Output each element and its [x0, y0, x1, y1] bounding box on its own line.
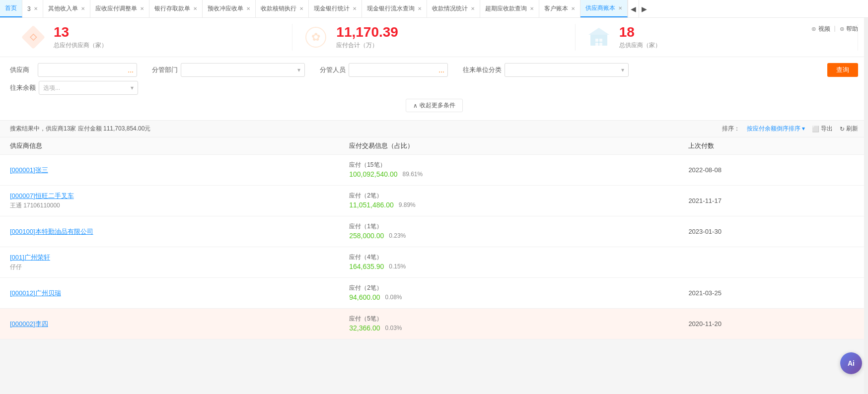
tx-pct-2: 9.89% — [399, 201, 416, 208]
nav-tab-cash-bank-label: 现金银行统计 — [314, 4, 350, 13]
supplier-link-2[interactable]: [000007]恒旺二手叉车 — [10, 192, 74, 199]
transaction-info-5: 应付（2笔） 94,600.00 0.08% — [349, 284, 688, 302]
supplier-info-5: [000012]广州贝瑞 — [10, 289, 349, 298]
last-pay-date-2: 2021-11-17 — [688, 197, 722, 204]
nav-tab-collection[interactable]: 收款核销执行 ✕ — [256, 0, 309, 17]
filter-area: 供应商 ... 分管部门 ▾ 分管人员 ... 往来单位分类 ▾ — [0, 57, 868, 121]
close-icon[interactable]: ✕ — [471, 6, 475, 11]
help-link[interactable]: ⊙ 帮助 — [840, 25, 858, 33]
nav-tab-flow[interactable]: 现金银行流水查询 ✕ — [362, 0, 427, 17]
supplier-link-4[interactable]: [001]广州荣轩 — [10, 254, 50, 261]
balance-select[interactable]: 选项... ▾ — [39, 81, 138, 95]
filter-row-2: 往来余额 选项... ▾ — [10, 81, 858, 95]
nav-tab-other-income[interactable]: 其他收入单 ✕ — [43, 0, 90, 17]
video-link[interactable]: ⊙ 视频 — [811, 25, 830, 33]
supplier-link-5[interactable]: [000012]广州贝瑞 — [10, 289, 61, 297]
category-select[interactable]: ▾ — [505, 63, 629, 77]
supplier-ellipsis-icon[interactable]: ... — [128, 66, 134, 74]
dept-select[interactable]: ▾ — [181, 63, 305, 77]
supplier-label: 供应商 — [10, 66, 35, 74]
filter-category: 往来单位分类 ▾ — [463, 63, 629, 77]
supplier-input[interactable]: ... — [38, 63, 137, 77]
summary-payable-suppliers: ◇ 13 总应付供应商（家） — [10, 24, 292, 51]
tx-pct-5: 0.08% — [385, 294, 402, 301]
col-header-transaction: 应付交易信息（占比） — [349, 141, 688, 150]
balance-label: 往来余额 — [10, 83, 36, 92]
close-icon[interactable]: ✕ — [34, 6, 38, 11]
scrollbar[interactable] — [864, 18, 868, 339]
close-icon[interactable]: ✕ — [299, 6, 303, 11]
transaction-info-2: 应付（2笔） 11,051,486.00 9.89% — [349, 192, 688, 210]
supplier-link-6[interactable]: [000002]李四 — [10, 320, 48, 328]
close-icon[interactable]: ✕ — [81, 6, 85, 11]
nav-tab-bank[interactable]: 银行存取款单 ✕ — [149, 0, 203, 17]
nav-tab-collection-stat[interactable]: 收款情况统计 ✕ — [427, 0, 480, 17]
nav-tab-customer[interactable]: 客户账本 ✕ — [539, 0, 580, 17]
nav-tab-overdue[interactable]: 超期应收款查询 ✕ — [480, 0, 539, 17]
collapse-label: 收起更多条件 — [420, 101, 455, 110]
balance-dropdown-icon: ▾ — [131, 84, 134, 91]
refresh-label: 刷新 — [846, 125, 858, 133]
balance-select-placeholder: 选项... — [43, 84, 60, 92]
person-input[interactable]: ... — [349, 63, 448, 77]
filter-person: 分管人员 ... — [320, 63, 448, 77]
nav-tab-customer-label: 客户账本 — [544, 4, 568, 13]
refresh-icon: ↻ — [840, 126, 845, 132]
tx-amount-5: 94,600.00 — [349, 293, 380, 301]
last-pay-3: 2023-01-30 — [688, 228, 858, 235]
nav-tab-overdue-label: 超期应收款查询 — [485, 4, 527, 13]
nav-tab-home[interactable]: 首页 — [0, 0, 22, 17]
summary-label-3: 总供应商（家） — [619, 41, 661, 50]
tx-label-3: 应付（1笔） — [349, 222, 688, 231]
close-icon[interactable]: ✕ — [246, 6, 250, 11]
transaction-info-4: 应付（4笔） 164,635.90 0.15% — [349, 253, 688, 271]
transaction-info-1: 应付（15笔） 100,092,540.00 89.61% — [349, 161, 688, 179]
supplier-link-1[interactable]: [000001]张三 — [10, 166, 48, 174]
close-icon[interactable]: ✕ — [353, 6, 357, 11]
close-icon[interactable]: ✕ — [571, 6, 575, 11]
table-row: [000012]广州贝瑞 应付（2笔） 94,600.00 0.08% 2021… — [0, 278, 868, 309]
tx-label-1: 应付（15笔） — [349, 161, 688, 169]
close-icon[interactable]: ✕ — [530, 6, 534, 11]
close-icon[interactable]: ✕ — [418, 6, 422, 11]
summary-number-1: 13 — [54, 25, 107, 39]
export-icon: ⬜ — [812, 126, 819, 132]
table-row: [001]广州荣轩 仔仔 应付（4笔） 164,635.90 0.15% — [0, 247, 868, 278]
collapse-button[interactable]: ∧ 收起更多条件 — [406, 99, 463, 112]
filter-row-1: 供应商 ... 分管部门 ▾ 分管人员 ... 往来单位分类 ▾ — [10, 63, 858, 77]
person-ellipsis-icon[interactable]: ... — [438, 66, 444, 74]
result-bar: 搜索结果中，供应商13家 应付金额 111,703,854.00元 排序： 按应… — [0, 121, 868, 137]
svg-text:✿: ✿ — [311, 31, 320, 43]
last-pay-date-5: 2021-03-25 — [688, 289, 722, 297]
summary-content-2: 11,170.39 应付合计（万） — [336, 25, 398, 50]
summary-content-1: 13 总应付供应商（家） — [54, 25, 107, 50]
table-row: [000100]本特勤油品有限公司 应付（1笔） 258,000.00 0.23… — [0, 216, 868, 247]
nav-tab-adjustment[interactable]: 应收应付调整单 ✕ — [90, 0, 149, 17]
search-button[interactable]: 查询 — [827, 63, 858, 77]
nav-tab-prepay[interactable]: 预收冲应收单 ✕ — [203, 0, 256, 17]
nav-prev-button[interactable]: ◀ — [628, 0, 639, 17]
last-pay-date-1: 2022-08-08 — [688, 166, 722, 174]
nav-tab-cash-bank[interactable]: 现金银行统计 ✕ — [309, 0, 362, 17]
close-icon[interactable]: ✕ — [193, 6, 197, 11]
nav-tab-home-label: 首页 — [5, 4, 17, 12]
refresh-button[interactable]: ↻ 刷新 — [840, 125, 858, 133]
nav-tab-supplier[interactable]: 供应商账本 ✕ — [580, 0, 628, 17]
category-label: 往来单位分类 — [463, 66, 502, 74]
nav-tab-collection-label: 收款核销执行 — [261, 4, 296, 13]
category-dropdown-icon: ▾ — [621, 66, 624, 73]
close-icon[interactable]: ✕ — [618, 5, 622, 11]
sort-value[interactable]: 按应付余额倒序排序 ▾ — [747, 125, 805, 133]
tx-amount-2: 11,051,486.00 — [349, 201, 394, 209]
summary-number-2: 11,170.39 — [336, 25, 398, 39]
export-button[interactable]: ⬜ 导出 — [812, 125, 833, 133]
nav-next-button[interactable]: ▶ — [639, 0, 650, 17]
tx-label-6: 应付（5笔） — [349, 315, 688, 323]
supplier-info-1: [000001]张三 — [10, 166, 349, 175]
close-icon[interactable]: ✕ — [140, 6, 144, 11]
table-row: [000002]李四 应付（5笔） 32,366.00 0.03% 2020-1… — [0, 309, 868, 339]
nav-tab-3[interactable]: 3 ✕ — [22, 0, 43, 17]
tx-amount-4: 164,635.90 — [349, 263, 384, 270]
supplier-link-3[interactable]: [000100]本特勤油品有限公司 — [10, 228, 93, 235]
collapse-row: ∧ 收起更多条件 — [10, 99, 858, 116]
